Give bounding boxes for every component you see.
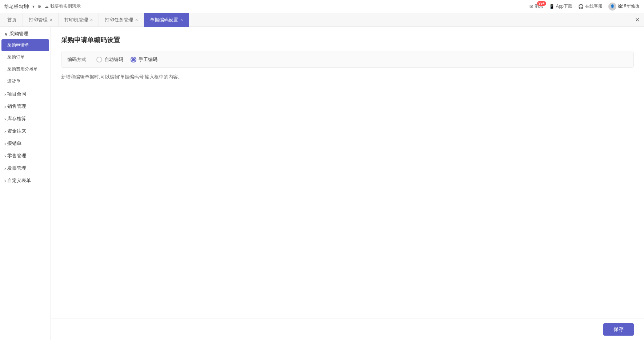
sidebar-group-project-contract-label: 项目合同 [7, 91, 26, 97]
tab-print-mgmt-label: 打印管理 [29, 17, 48, 23]
tab-print-task-label: 打印任务管理 [105, 17, 133, 23]
top-bar: 给老板勾划! ▾ ⚙ ☁ 我要看实例演示 ✉ 消息 99+ 📱 App下载 🎧 … [0, 0, 644, 13]
main-layout: ∨ 采购管理 采购申请单 采购订单 采购费用分摊单 进货单 › 项目合同 › 销… [0, 27, 644, 340]
chevron-right-icon-3: › [4, 116, 6, 122]
content-inner: 采购申请单编码设置 编码方式 自动编码 手工编码 [51, 27, 644, 319]
tab-print-task[interactable]: 打印任务管理 × [99, 13, 144, 27]
page-title: 采购申请单编码设置 [61, 36, 634, 44]
cloud-icon: ☁ [44, 4, 49, 9]
message-badge: 99+ [537, 1, 546, 6]
sidebar-item-purchase-request[interactable]: 采购申请单 [1, 39, 49, 51]
radio-auto-encoding[interactable]: 自动编码 [96, 56, 123, 63]
radio-manual-encoding[interactable]: 手工编码 [131, 56, 157, 63]
message-icon: ✉ [529, 4, 533, 9]
customer-service-button[interactable]: 🎧 在线客服 [578, 3, 603, 9]
settings-icon[interactable]: ⚙ [37, 4, 41, 9]
sidebar-group-returns-header[interactable]: › 报销单 [0, 137, 51, 149]
sidebar-group-custom-forms-header[interactable]: › 自定义表单 [0, 174, 51, 186]
sidebar-item-goods-receipt-label: 进货单 [7, 78, 20, 84]
save-button[interactable]: 保存 [603, 323, 634, 336]
tab-printer-mgmt-label: 打印机管理 [64, 17, 88, 23]
sidebar-group-inventory-header[interactable]: › 库存核算 [0, 112, 51, 124]
sidebar-item-purchase-expense[interactable]: 采购费用分摊单 [0, 63, 51, 75]
sidebar-group-inventory-label: 库存核算 [7, 116, 26, 122]
avatar: 👤 [608, 3, 616, 11]
app-download-button[interactable]: 📱 App下载 [549, 3, 572, 9]
chevron-right-icon-2: › [4, 104, 6, 109]
sidebar-group-funds-label: 资金往来 [7, 128, 26, 134]
demo-link[interactable]: ☁ 我要看实例演示 [44, 3, 81, 9]
tab-barcode-settings-label: 单据编码设置 [150, 17, 178, 23]
radio-auto-circle [96, 57, 102, 62]
radio-auto-label: 自动编码 [104, 56, 123, 63]
tab-print-mgmt-close[interactable]: × [50, 17, 52, 23]
sidebar-group-purchase-mgmt-header[interactable]: ∨ 采购管理 [0, 27, 51, 39]
chevron-right-icon-4: › [4, 129, 6, 134]
encoding-radio-group: 自动编码 手工编码 [96, 56, 157, 63]
tabs-bar: 首页 打印管理 × 打印机管理 × 打印任务管理 × 单据编码设置 × ✕ [0, 13, 644, 27]
tab-print-task-close[interactable]: × [135, 17, 138, 23]
sidebar-group-funds-header[interactable]: › 资金往来 [0, 124, 51, 137]
sidebar-item-purchase-expense-label: 采购费用分摊单 [7, 66, 38, 72]
tab-printer-mgmt-close[interactable]: × [90, 17, 93, 23]
encoding-method-row: 编码方式 自动编码 手工编码 [61, 52, 633, 67]
tab-printer-mgmt[interactable]: 打印机管理 × [59, 13, 99, 27]
sidebar-group-retail-header[interactable]: › 零售管理 [0, 149, 51, 161]
sidebar-group-purchase-mgmt-label: 采购管理 [9, 31, 28, 37]
hint-text: 新增和编辑单据时,可以编辑'单据编码号'输入框中的内容。 [61, 73, 634, 81]
tab-barcode-settings[interactable]: 单据编码设置 × [144, 13, 189, 27]
tab-home-label: 首页 [7, 17, 17, 23]
sidebar-item-purchase-order-label: 采购订单 [7, 54, 25, 60]
chevron-right-icon-5: › [4, 141, 6, 146]
user-menu[interactable]: 👤 徐泽华修改 [608, 3, 640, 11]
dropdown-icon[interactable]: ▾ [32, 4, 35, 9]
tab-print-mgmt[interactable]: 打印管理 × [23, 13, 59, 27]
tab-barcode-settings-close[interactable]: × [180, 17, 183, 23]
tab-home[interactable]: 首页 [1, 13, 23, 27]
radio-manual-label: 手工编码 [139, 56, 157, 63]
sidebar-item-purchase-request-label: 采购申请单 [7, 42, 29, 48]
chevron-right-icon-6: › [4, 153, 6, 159]
content-footer: 保存 [51, 319, 644, 340]
sidebar-group-sales-mgmt-header[interactable]: › 销售管理 [0, 100, 51, 112]
radio-manual-dot [132, 58, 135, 61]
encoding-form: 编码方式 自动编码 手工编码 [61, 52, 634, 68]
sidebar-group-purchase-mgmt: ∨ 采购管理 采购申请单 采购订单 采购费用分摊单 进货单 [0, 27, 51, 87]
sidebar-group-returns-label: 报销单 [7, 140, 21, 147]
content-area: 采购申请单编码设置 编码方式 自动编码 手工编码 [51, 27, 644, 340]
encoding-method-label: 编码方式 [67, 56, 96, 63]
chevron-right-icon-1: › [4, 92, 6, 97]
chevron-right-icon-7: › [4, 166, 6, 171]
top-bar-right: ✉ 消息 99+ 📱 App下载 🎧 在线客服 👤 徐泽华修改 [529, 3, 640, 11]
sidebar-group-project-contract-header[interactable]: › 项目合同 [0, 87, 51, 100]
tabs-close-all[interactable]: ✕ [632, 16, 643, 23]
user-name: 徐泽华修改 [618, 3, 640, 9]
chevron-down-icon: ∨ [4, 31, 8, 37]
sidebar-item-goods-receipt[interactable]: 进货单 [0, 75, 51, 87]
radio-manual-circle [131, 57, 136, 62]
sidebar: ∨ 采购管理 采购申请单 采购订单 采购费用分摊单 进货单 › 项目合同 › 销… [0, 27, 51, 340]
sidebar-item-purchase-order[interactable]: 采购订单 [0, 51, 51, 63]
top-bar-left: 给老板勾划! ▾ ⚙ ☁ 我要看实例演示 [4, 3, 81, 10]
sidebar-group-sales-mgmt-label: 销售管理 [7, 103, 26, 110]
phone-icon: 📱 [549, 4, 555, 9]
sidebar-group-invoice-label: 发票管理 [7, 165, 26, 171]
sidebar-group-custom-forms-label: 自定义表单 [7, 177, 31, 184]
sidebar-group-retail-label: 零售管理 [7, 153, 26, 159]
brand-text: 给老板勾划! [4, 3, 29, 10]
chevron-right-icon-8: › [4, 178, 6, 183]
headset-icon: 🎧 [578, 4, 584, 9]
sidebar-group-invoice-header[interactable]: › 发票管理 [0, 161, 51, 174]
messages-button[interactable]: ✉ 消息 99+ [529, 3, 543, 9]
